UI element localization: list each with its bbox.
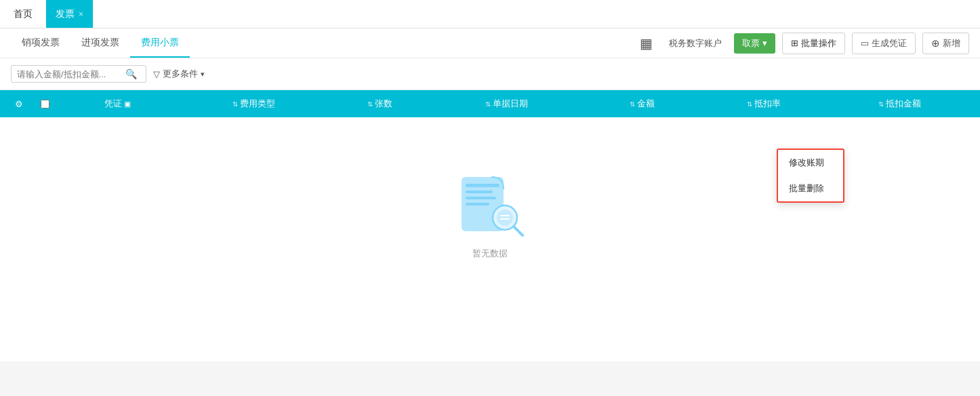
th-checkbox[interactable]: [33, 100, 57, 108]
nav-home[interactable]: 首页: [0, 0, 46, 28]
filter-icon: ▽: [153, 69, 160, 79]
th-deduction-amount-label: 抵扣金额: [886, 98, 921, 110]
batch-ops-label: 批量操作: [801, 37, 836, 50]
sort-icon-deduction-rate[interactable]: ⇅: [747, 100, 752, 108]
search-icon[interactable]: 🔍: [125, 68, 137, 79]
svg-rect-4: [466, 203, 489, 205]
search-input[interactable]: [17, 69, 125, 79]
active-tab-label: 发票: [56, 8, 75, 20]
settings-icon: ⚙: [15, 99, 23, 109]
batch-ops-button[interactable]: ⊞ 批量操作: [782, 33, 845, 54]
svg-line-7: [514, 226, 523, 235]
more-conditions-arrow-icon: ▾: [201, 70, 205, 79]
more-conditions-label: 更多条件: [163, 68, 198, 80]
filter-bar: 🔍 ▽ 更多条件 ▾: [0, 58, 980, 90]
sort-icon-date[interactable]: ⇅: [485, 100, 491, 108]
voucher-filter-icon[interactable]: ▣: [124, 100, 131, 108]
th-settings[interactable]: ⚙: [5, 99, 33, 109]
th-amount: ⇅ 金额: [581, 98, 703, 110]
th-voucher: 凭证 ▣: [57, 98, 178, 110]
qr-icon: ▦: [640, 35, 653, 52]
th-voucher-label: 凭证: [104, 98, 122, 110]
main-content: ⚙ 凭证 ▣ ⇅ 费用类型 ⇅ 张数 ⇅ 单据日期 ⇅ 金额 ⇅ 抵扣率: [0, 90, 980, 361]
empty-state-illustration: [449, 172, 531, 239]
th-count-label: 张数: [375, 98, 392, 110]
th-deduction-rate: ⇅ 抵扣率: [703, 98, 824, 110]
sub-tabs-right: ▦ 税务数字账户 取票 ▾ ⊞ 批量操作 ▭ 生成凭证 ⊕ 新增: [635, 33, 969, 54]
take-ticket-arrow-icon: ▾: [762, 38, 767, 48]
top-nav: 首页 发票 ×: [0, 0, 980, 28]
th-count: ⇅ 张数: [329, 98, 432, 110]
svg-rect-2: [466, 191, 493, 193]
tab-input-invoice[interactable]: 进项发票: [70, 28, 130, 58]
sub-tabs-left: 销项发票 进项发票 费用小票: [11, 28, 190, 58]
svg-point-6: [497, 210, 513, 226]
batch-ops-icon: ⊞: [791, 38, 798, 48]
more-conditions-button[interactable]: ▽ 更多条件 ▾: [153, 68, 205, 80]
qr-code-button[interactable]: ▦: [635, 33, 657, 54]
sort-icon-count[interactable]: ⇅: [367, 100, 373, 108]
tab-expense-receipt[interactable]: 费用小票: [130, 28, 190, 58]
dropdown-item-batch-delete[interactable]: 批量删除: [778, 176, 843, 201]
add-label: 新增: [943, 37, 960, 50]
select-all-checkbox[interactable]: [41, 100, 49, 108]
search-input-wrap: 🔍: [11, 65, 146, 83]
tab-sales-invoice[interactable]: 销项发票: [11, 28, 70, 58]
dropdown-item-modify-period[interactable]: 修改账期: [778, 150, 843, 176]
sort-icon-deduction-amount[interactable]: ⇅: [878, 100, 884, 108]
close-tab-button[interactable]: ×: [79, 9, 83, 19]
batch-ops-dropdown: 修改账期 批量删除: [777, 148, 844, 203]
th-date-label: 单据日期: [493, 98, 528, 110]
gen-voucher-label: 生成凭证: [872, 37, 907, 50]
th-expense-type: ⇅ 费用类型: [178, 98, 328, 110]
sort-icon-amount[interactable]: ⇅: [630, 100, 635, 108]
empty-state-text: 暂无数据: [472, 248, 508, 260]
take-ticket-label: 取票: [742, 37, 760, 50]
sub-tabs-bar: 销项发票 进项发票 费用小票 ▦ 税务数字账户 取票 ▾ ⊞ 批量操作 ▭ 生成…: [0, 28, 980, 58]
th-expense-type-label: 费用类型: [240, 98, 275, 110]
sort-icon-expense[interactable]: ⇅: [232, 100, 238, 108]
add-icon: ⊕: [931, 37, 940, 50]
nav-active-tab[interactable]: 发票 ×: [46, 0, 93, 28]
th-deduction-rate-label: 抵扣率: [754, 98, 781, 110]
svg-rect-1: [466, 184, 499, 187]
table-header: ⚙ 凭证 ▣ ⇅ 费用类型 ⇅ 张数 ⇅ 单据日期 ⇅ 金额 ⇅ 抵扣率: [0, 90, 980, 117]
th-amount-label: 金额: [637, 98, 655, 110]
add-button[interactable]: ⊕ 新增: [922, 33, 969, 54]
svg-rect-3: [466, 197, 496, 199]
th-deduction-amount: ⇅ 抵扣金额: [825, 98, 975, 110]
gen-voucher-button[interactable]: ▭ 生成凭证: [852, 33, 916, 54]
gen-voucher-icon: ▭: [861, 38, 869, 48]
th-date: ⇅ 单据日期: [431, 98, 581, 110]
take-ticket-button[interactable]: 取票 ▾: [734, 33, 775, 54]
tax-digital-account-button[interactable]: 税务数字账户: [663, 37, 727, 50]
